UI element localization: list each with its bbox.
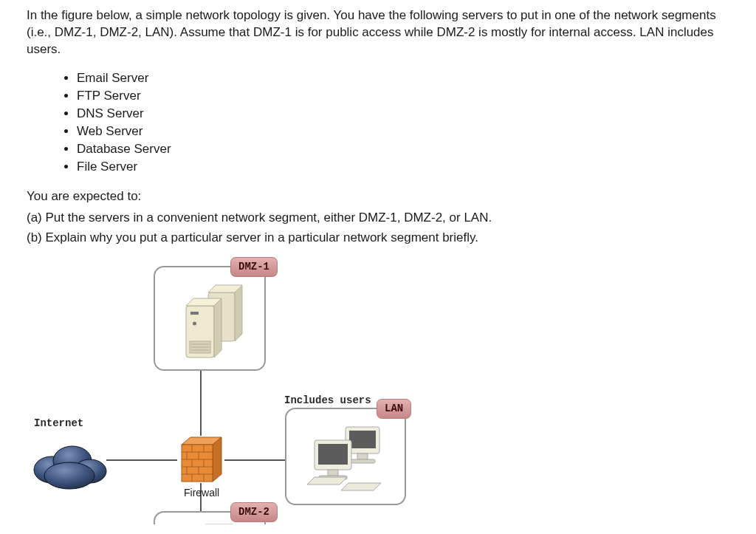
dmz1-label: DMZ-1 [230,257,278,277]
svg-marker-37 [213,437,221,482]
cloud-icon [27,434,114,493]
svg-marker-6 [235,285,242,341]
server-item: Email Server [77,70,729,87]
includes-users-label: Includes users [284,394,371,408]
expected-intro: You are expected to: [27,188,729,205]
network-diagram: DMZ-1 [27,251,440,524]
task-b: (b) Explain why you put a particular ser… [27,230,729,247]
svg-rect-23 [318,444,348,465]
lan-zone [285,408,406,505]
server-pair-icon [155,267,264,369]
server-item: DNS Server [77,106,729,123]
server-item: Web Server [77,123,729,140]
firewall [179,436,224,485]
svg-marker-27 [341,483,381,490]
svg-rect-20 [357,453,368,459]
svg-rect-21 [350,459,375,463]
internet-label: Internet [34,417,83,431]
intro-text: In the figure below, a simple network to… [27,7,729,58]
svg-marker-26 [307,477,347,485]
svg-rect-38 [182,445,213,482]
server-list: Email Server FTP Server DNS Server Web S… [27,70,729,176]
svg-rect-19 [349,431,376,448]
svg-marker-11 [214,298,221,357]
internet-cloud [27,434,114,493]
firewall-icon [179,436,224,485]
firewall-label: Firewall [184,486,219,500]
svg-rect-24 [328,470,338,476]
task-a: (a) Put the servers in a convenient netw… [27,210,729,227]
svg-point-13 [193,322,196,326]
svg-point-35 [44,462,94,489]
computers-icon [286,409,405,504]
lan-label: LAN [377,399,411,419]
svg-rect-12 [190,312,199,315]
dmz1-zone [154,266,266,371]
server-item: Database Server [77,141,729,158]
server-item: FTP Server [77,88,729,105]
dmz2-label: DMZ-2 [230,502,278,522]
server-item: File Server [77,159,729,176]
